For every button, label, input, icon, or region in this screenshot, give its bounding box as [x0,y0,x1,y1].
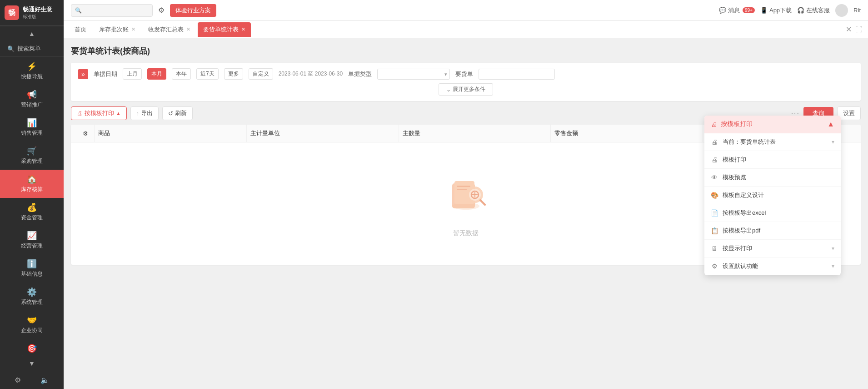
nav-icon-caigou: 🛒 [27,146,37,156]
sidebar-scroll-up: ▲ [0,26,64,41]
nav-label-kucun: 库存核算 [21,186,43,193]
export-pdf-icon: 📋 [711,227,718,234]
template-print-icon: 🖨 [711,156,718,163]
tab-kucunpici[interactable]: 库存批次账 ✕ [94,22,141,37]
dropdown-current-template[interactable]: 🖨 当前：要货单统计表 ▾ [704,133,841,151]
dropdown-item-default-func[interactable]: ⚙ 设置默认功能 ▾ [704,258,841,275]
username-label[interactable]: Rit [853,7,861,14]
nav-label-caigou: 采购管理 [21,157,43,165]
filter-type-select[interactable] [377,69,450,80]
export-pdf-label: 按模板导出pdf [723,227,760,235]
industry-btn[interactable]: 体验行业方案 [170,4,216,17]
filter-type-label: 单据类型 [348,70,372,78]
expand-more-label: 展开更多条件 [453,86,485,93]
sidebar-search[interactable]: 🔍 搜索菜单 [0,41,64,57]
nav-label-jingying: 经营管理 [21,242,43,250]
dropdown-item-export-pdf[interactable]: 📋 按模板导出pdf [704,222,841,240]
messages-item[interactable]: 💬 消息 99+ [719,6,755,15]
settings-icon[interactable]: ⚙ [15,376,21,384]
top-header: 🔍 ⚙ 体验行业方案 💬 消息 99+ 📱 App下载 🎧 在线客服 Rit [64,0,868,21]
sidebar-item-jichu[interactable]: ℹ️ 基础信息 [0,254,64,283]
user-avatar[interactable] [835,4,848,17]
filter-btn-last-month[interactable]: 上月 [123,68,142,80]
export-excel-label: 按模板导出excel [723,209,766,217]
current-template-arrow-icon: ▾ [832,139,834,145]
table-header-settings[interactable]: ⚙ [76,125,95,142]
filter-btn-recent7[interactable]: 近7天 [196,68,219,80]
tab-shoufahuizong-close[interactable]: ✕ [186,26,190,32]
tab-close-window-icon[interactable]: ✕ [846,25,852,34]
dropdown-item-template-print[interactable]: 🖨 模板打印 [704,151,841,169]
expand-more-button[interactable]: ⌄ 展开更多条件 [439,83,493,96]
tab-home[interactable]: 首页 [69,22,92,37]
tab-shoufahuizong-label: 收发存汇总表 [148,25,184,34]
refresh-btn[interactable]: ↺ 刷新 [162,106,193,120]
filter-card: » 单据日期 上月 本月 本年 近7天 更多 自定义 2023-06-01 至 … [71,63,861,101]
messages-label: 消息 [728,6,740,15]
tab-yaohuo-close[interactable]: ✕ [241,26,245,32]
page-title: 要货单统计表(按商品) [71,45,861,56]
sidebar-item-xitong[interactable]: ⚙️ 系统管理 [0,283,64,311]
sidebar-logo[interactable]: 畅 畅通好生意 标准版 [0,0,64,26]
header-search-box[interactable]: 🔍 [71,4,153,17]
header-gear-icon[interactable]: ⚙ [158,6,165,15]
nav-icon-xiaoshou: 📊 [27,118,37,128]
dropdown-item-template-custom[interactable]: 🎨 模板自定义设计 [704,187,841,204]
filter-row: » 单据日期 上月 本月 本年 近7天 更多 自定义 2023-06-01 至 … [78,68,853,80]
dropdown-item-export-excel[interactable]: 📄 按模板导出excel [704,204,841,222]
sidebar-nav: ⚡ 快捷导航 📢 营销推广 📊 销售管理 🛒 采购管理 🏠 库存核算 💰 资金管… [0,57,64,356]
filter-btn-custom[interactable]: 自定义 [249,68,273,80]
online-service-item[interactable]: 🎧 在线客服 [797,6,830,15]
filter-expand-button[interactable]: » [78,69,88,79]
sidebar-item-zijin[interactable]: 💰 资金管理 [0,198,64,226]
dropdown-item-template-preview[interactable]: 👁 模板预览 [704,169,841,187]
sidebar-item-yingxiao[interactable]: 📢 营销推广 [0,85,64,113]
sidebar-item-caigou[interactable]: 🛒 采购管理 [0,141,64,170]
filter-yaohuo-input[interactable] [479,69,555,80]
display-print-label: 按显示打印 [723,244,752,253]
filter-btn-current-year[interactable]: 本年 [172,68,191,80]
app-download-label: App下载 [769,6,792,15]
scroll-up-button[interactable]: ▲ [27,28,37,39]
app-download-item[interactable]: 📱 App下载 [760,6,792,15]
nav-icon-xitong: ⚙️ [27,287,37,297]
tab-yaohuo-label: 要货单统计表 [203,25,239,34]
filter-btn-more[interactable]: 更多 [224,68,243,80]
table-header-unit: 主计量单位 [247,125,399,142]
current-template-icon: 🖨 [711,138,718,146]
sidebar-item-qiye[interactable]: 🤝 企业协同 [0,311,64,339]
tabs-bar: 首页 库存批次账 ✕ 收发存汇总表 ✕ 要货单统计表 ✕ ✕ ⛶ [64,21,868,38]
tab-maximize-icon[interactable]: ⛶ [855,25,863,34]
expand-more-icon: ⌄ [446,86,451,93]
sidebar-item-xinshou[interactable]: 🎯 新手引导 [0,339,64,356]
table-header-amount: 零售金额 [551,125,703,142]
nav-label-xitong: 系统管理 [21,298,43,306]
refresh-label: 刷新 [175,109,187,117]
dropdown-header-title: 🖨 按模板打印 [711,120,753,128]
nav-icon-kucun: 🏠 [27,174,37,184]
nav-icon-jichu: ℹ️ [27,259,37,269]
sidebar-item-jingying[interactable]: 📈 经营管理 [0,226,64,254]
nav-label-kuaijie: 快捷导航 [21,73,43,81]
filter-btn-current-month[interactable]: 本月 [147,68,166,80]
tab-yaohuo[interactable]: 要货单统计表 ✕ [198,22,251,37]
tab-shoufahuizong[interactable]: 收发存汇总表 ✕ [143,22,196,37]
sidebar-item-xiaoshou[interactable]: 📊 销售管理 [0,113,64,141]
expand-more-row: ⌄ 展开更多条件 [78,83,853,96]
export-btn[interactable]: ↑ 导出 [130,106,159,120]
dropdown-item-display-print[interactable]: 🖥 按显示打印 ▾ [704,240,841,258]
sidebar-scroll-down: ▼ [0,356,64,371]
table-header-product: 商品 [95,125,247,142]
scroll-down-button[interactable]: ▼ [27,358,37,369]
filter-date-label: 单据日期 [94,70,117,78]
message-icon: 💬 [719,7,726,14]
main-area: 🔍 ⚙ 体验行业方案 💬 消息 99+ 📱 App下载 🎧 在线客服 Rit 首… [64,0,868,389]
tab-kucunpici-close[interactable]: ✕ [131,26,135,32]
print-btn[interactable]: 🖨 按模板打印 ▲ [71,106,127,120]
sidebar-item-kucun[interactable]: 🏠 库存核算 [0,170,64,198]
volume-icon[interactable]: 🔈 [40,376,50,384]
nav-label-yingxiao: 营销推广 [21,101,43,109]
sidebar-item-kuaijie[interactable]: ⚡ 快捷导航 [0,57,64,85]
dropdown-close-icon[interactable]: ▲ [827,120,834,128]
sidebar-bottom: ⚙ 🔈 [0,371,64,389]
